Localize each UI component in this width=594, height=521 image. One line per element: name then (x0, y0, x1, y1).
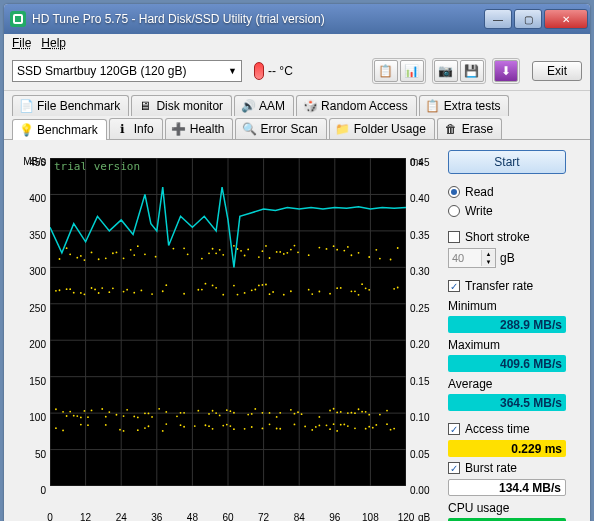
tab-erase[interactable]: 🗑Erase (437, 118, 502, 139)
minimize-button[interactable]: — (484, 9, 512, 29)
svg-point-66 (123, 291, 125, 293)
svg-point-76 (137, 416, 139, 418)
tab-error-scan[interactable]: 🔍Error Scan (235, 118, 326, 139)
random-icon: 🎲 (303, 99, 317, 113)
svg-point-179 (311, 293, 313, 295)
checkbox-icon (448, 462, 460, 474)
tab-benchmark[interactable]: 💡Benchmark (12, 119, 107, 140)
save-button[interactable]: 💾 (460, 60, 484, 82)
svg-point-38 (80, 255, 82, 257)
svg-point-33 (69, 411, 71, 413)
exit-button[interactable]: Exit (532, 61, 582, 81)
radio-write[interactable]: Write (448, 203, 566, 219)
svg-point-89 (162, 430, 164, 432)
health-icon: ➕ (172, 122, 186, 136)
toolbar-group-2: 📷 💾 (432, 58, 486, 84)
svg-point-204 (347, 412, 349, 414)
check-transfer-rate[interactable]: Transfer rate (448, 278, 566, 294)
device-dropdown[interactable]: SSD Smartbuy 120GB (120 gB) ▼ (12, 60, 242, 82)
tab-aam[interactable]: 🔊AAM (234, 95, 294, 116)
app-window: HD Tune Pro 5.75 - Hard Disk/SSD Utility… (4, 4, 590, 521)
svg-point-187 (326, 424, 328, 426)
svg-point-168 (290, 290, 292, 292)
svg-point-77 (137, 429, 139, 431)
svg-point-210 (354, 412, 356, 414)
trash-icon: 🗑 (444, 122, 458, 136)
svg-point-109 (208, 252, 210, 254)
svg-point-94 (176, 415, 178, 417)
svg-point-178 (308, 289, 310, 291)
svg-point-64 (119, 429, 121, 431)
svg-point-133 (237, 294, 239, 296)
svg-point-161 (279, 251, 281, 253)
svg-point-156 (269, 423, 271, 425)
svg-point-199 (340, 411, 342, 413)
short-stroke-spinner[interactable]: ▲▼ (448, 248, 496, 268)
svg-point-155 (269, 412, 271, 414)
svg-point-226 (375, 424, 377, 426)
label-average: Average (448, 377, 566, 391)
tab-disk-monitor[interactable]: 🖥Disk monitor (131, 95, 232, 116)
svg-point-208 (351, 412, 353, 414)
device-selected: SSD Smartbuy 120GB (120 gB) (17, 64, 186, 78)
menu-help[interactable]: Help (41, 36, 66, 50)
svg-point-117 (215, 287, 217, 289)
check-burst-rate[interactable]: Burst rate (448, 460, 566, 476)
svg-point-167 (290, 249, 292, 251)
tab-health[interactable]: ➕Health (165, 118, 234, 139)
menu-file[interactable]: File (12, 36, 31, 50)
label-cpu: CPU usage (448, 501, 566, 515)
close-button[interactable]: ✕ (544, 9, 588, 29)
maximize-button[interactable]: ▢ (514, 9, 542, 29)
svg-point-194 (336, 249, 338, 251)
svg-point-233 (393, 288, 395, 290)
copy-chart-button[interactable]: 📊 (400, 60, 424, 82)
label-minimum: Minimum (448, 299, 566, 313)
checkbox-icon (448, 231, 460, 243)
tab-folder-usage[interactable]: 📁Folder Usage (329, 118, 435, 139)
tab-extra-tests[interactable]: 📋Extra tests (419, 95, 510, 116)
svg-point-54 (101, 408, 103, 410)
tab-info[interactable]: ℹInfo (109, 118, 163, 139)
svg-point-101 (187, 253, 189, 255)
svg-point-73 (133, 292, 135, 294)
copy-text-button[interactable]: 📋 (374, 60, 398, 82)
svg-point-110 (208, 413, 210, 415)
svg-point-150 (262, 427, 264, 429)
svg-point-193 (333, 423, 335, 425)
value-burst-rate: 134.4 MB/s (448, 479, 566, 496)
svg-point-114 (212, 410, 214, 412)
tab-file-benchmark[interactable]: 📄File Benchmark (12, 95, 129, 116)
svg-point-162 (279, 412, 281, 414)
svg-point-21 (55, 290, 57, 292)
svg-point-182 (318, 247, 320, 249)
check-short-stroke[interactable]: Short stroke (448, 229, 566, 245)
options-button[interactable]: ⬇ (494, 60, 518, 82)
svg-point-157 (272, 291, 274, 293)
svg-point-53 (101, 287, 103, 289)
svg-point-222 (368, 414, 370, 416)
titlebar[interactable]: HD Tune Pro 5.75 - Hard Disk/SSD Utility… (4, 4, 590, 34)
svg-point-234 (393, 428, 395, 430)
svg-point-131 (233, 428, 235, 430)
svg-point-67 (123, 415, 125, 417)
info-icon: ℹ (116, 122, 130, 136)
svg-point-224 (372, 427, 374, 429)
svg-point-128 (233, 245, 235, 247)
screenshot-button[interactable]: 📷 (434, 60, 458, 82)
svg-point-166 (286, 252, 288, 254)
svg-point-195 (336, 287, 338, 289)
svg-point-24 (59, 258, 61, 260)
start-button[interactable]: Start (448, 150, 566, 174)
spin-down-icon[interactable]: ▼ (482, 258, 495, 266)
short-stroke-unit: gB (500, 251, 515, 265)
svg-point-124 (226, 409, 228, 411)
tab-random-access[interactable]: 🎲Random Access (296, 95, 417, 116)
radio-read[interactable]: Read (448, 184, 566, 200)
check-access-time[interactable]: Access time (448, 421, 566, 437)
svg-point-52 (98, 292, 100, 294)
spin-up-icon[interactable]: ▲ (482, 250, 495, 258)
plot: trial version (50, 158, 406, 486)
svg-point-23 (55, 427, 57, 429)
svg-point-121 (222, 254, 224, 256)
